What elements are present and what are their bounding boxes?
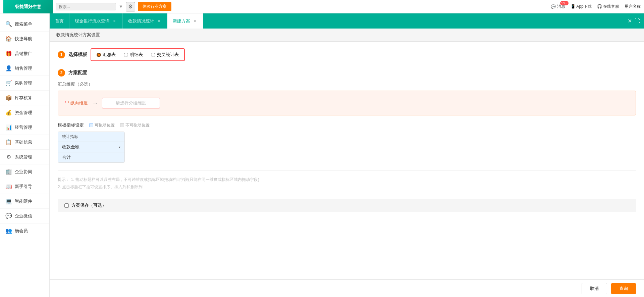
metrics-header: 模板指标设定 可拖动位置 不可拖动位置 (58, 122, 636, 128)
radio-detail[interactable] (124, 53, 128, 57)
sidebar-item-basic[interactable]: 📋 基础信息 (0, 135, 49, 150)
download-button[interactable]: 📱 App下载 (571, 4, 592, 9)
tab-new-plan-label: 新建方案 (173, 18, 190, 24)
logo-text: 畅捷通好生意 (15, 4, 41, 10)
step1-number: 1 (58, 51, 65, 58)
step2-section: 2 方案配置 汇总维度（必选） * * 纵向维度 → (58, 69, 636, 191)
radio-cross[interactable] (151, 53, 155, 57)
option-detail[interactable]: 明细表 (124, 52, 143, 58)
user-name[interactable]: 用户名称 (625, 4, 641, 9)
sidebar-item-purchase[interactable]: 🛒 采购管理 (0, 76, 49, 91)
sidebar-item-system[interactable]: ⚙ 系统管理 (0, 150, 49, 164)
dimension-row: * * 纵向维度 → 请选择分组维度 (65, 98, 629, 108)
template-options-box: 汇总表 明细表 交叉统计表 (91, 48, 185, 61)
sidebar-item-operation[interactable]: 📊 经营管理 (0, 120, 49, 135)
summary-dim-label: 汇总维度（必选） (58, 81, 636, 87)
option-cross[interactable]: 交叉统计表 (151, 52, 179, 58)
step1-section: 1 选择模板 汇总表 明细表 (58, 48, 636, 61)
option-summary-label: 汇总表 (103, 52, 116, 58)
chevron-down-icon[interactable]: ▾ (119, 145, 120, 149)
page-content: 收款情况统计方案设置 1 选择模板 汇总表 (50, 29, 644, 280)
hint-1: 提示： 1. 拖动标题栏可以调整布局，不可跨维度或指标区域拖动栏目字段(只能在同… (58, 176, 636, 184)
metrics-table-header: 统计指标 (58, 132, 124, 142)
step2-title: 方案配置 (68, 70, 87, 76)
tab-close-receivable[interactable]: × (156, 18, 162, 24)
service-button[interactable]: 🎧 在线客服 (597, 4, 619, 9)
legend-nodraggable: 不可拖动位置 (120, 122, 150, 128)
option-cross-label: 交叉统计表 (157, 52, 179, 58)
tab-bar-actions: ✕ ⛶ (624, 18, 644, 24)
sidebar-label: 新手引导 (15, 184, 32, 190)
sidebar-item-inventory[interactable]: 📦 库存核算 (0, 91, 49, 105)
users-icon: 👥 (5, 228, 12, 234)
step1-title: 选择模板 (68, 52, 87, 58)
legend-draggable: 可拖动位置 (89, 122, 115, 128)
trial-button[interactable]: 体验行业方案 (138, 2, 171, 11)
app-logo: 畅捷通好生意 (3, 0, 53, 13)
required-star: * (65, 100, 66, 105)
dropdown-icon[interactable]: ▼ (119, 4, 123, 9)
money-icon: 💰 (5, 109, 12, 116)
search-input[interactable] (56, 3, 116, 10)
metrics-sum-label: 合计 (62, 155, 71, 160)
book-icon: 📖 (5, 183, 12, 190)
sidebar-item-member[interactable]: 👥 畅会员 (0, 224, 49, 238)
system-icon: ⚙ (5, 154, 12, 160)
wechat-icon: 💬 (5, 213, 12, 219)
dimension-selector[interactable]: 请选择分组维度 (102, 98, 160, 108)
radio-summary[interactable] (97, 53, 101, 57)
drag-legend-icon (89, 123, 93, 127)
sidebar-label: 库存核算 (15, 95, 32, 101)
tab-new-plan[interactable]: 新建方案 × (167, 13, 203, 29)
cart-icon: 🛒 (5, 80, 12, 86)
chart-icon: 📊 (5, 124, 12, 131)
sidebar-label: 销售管理 (15, 65, 32, 71)
sidebar-label: 快捷导航 (15, 36, 32, 42)
step2-header: 2 方案配置 (58, 69, 636, 77)
sidebar-label: 智能硬件 (15, 198, 32, 204)
hint-section: 提示： 1. 拖动标题栏可以调整布局，不可跨维度或指标区域拖动栏目字段(只能在同… (58, 170, 636, 191)
sidebar-item-guide[interactable]: 📖 新手引导 (0, 179, 49, 194)
message-icon: 💬 (551, 4, 556, 9)
form-container: 1 选择模板 汇总表 明细表 (50, 42, 644, 279)
tab-receivable-stat[interactable]: 收款情况统计 × (123, 13, 167, 29)
sidebar-item-sales[interactable]: 👤 销售管理 (0, 61, 49, 76)
download-icon: 📱 (571, 4, 576, 9)
metrics-table: 统计指标 收款金额 ▾ 合计 (58, 132, 125, 163)
query-button[interactable]: 查询 (611, 283, 636, 294)
tab-close-new-plan[interactable]: × (192, 18, 198, 24)
metrics-row-amount[interactable]: 收款金额 ▾ (58, 142, 124, 152)
tab-close-bank-flow[interactable]: × (112, 18, 117, 24)
gift-icon: 🎁 (5, 50, 12, 57)
sidebar-item-hardware[interactable]: 💻 智能硬件 (0, 194, 49, 209)
clipboard-icon: 📋 (5, 139, 12, 145)
sidebar-item-wechat[interactable]: 💬 企业微信 (0, 209, 49, 224)
cancel-button[interactable]: 取消 (582, 283, 607, 294)
option-summary[interactable]: 汇总表 (97, 52, 116, 58)
message-button[interactable]: 💬 消息 99+ (551, 4, 565, 9)
tab-home[interactable]: 首页 (50, 13, 69, 29)
sidebar-label: 畅会员 (15, 228, 28, 234)
tab-close-all[interactable]: ✕ (628, 18, 632, 24)
save-checkbox[interactable] (64, 203, 69, 208)
tab-bank-flow-label: 现金银行流水查询 (75, 18, 110, 24)
tab-fullscreen[interactable]: ⛶ (635, 18, 640, 24)
gear-button[interactable]: ⚙ (126, 2, 135, 11)
box-icon: 📦 (5, 95, 12, 101)
hardware-icon: 💻 (5, 198, 12, 204)
sidebar-item-quick-nav[interactable]: 🏠 快捷导航 (0, 32, 49, 46)
sidebar-item-search-menu[interactable]: 🔍 搜索菜单 (0, 17, 49, 32)
sidebar-label: 经营管理 (15, 125, 32, 131)
metrics-section-title: 模板指标设定 (58, 122, 84, 128)
message-badge: 99+ (560, 1, 569, 5)
search-icon: 🔍 (5, 21, 12, 27)
tab-bank-flow[interactable]: 现金银行流水查询 × (69, 13, 123, 29)
sidebar-label: 资金管理 (15, 110, 32, 116)
dimension-area: * * 纵向维度 → 请选择分组维度 (58, 91, 636, 115)
sidebar-item-marketing[interactable]: 🎁 营销推广 (0, 46, 49, 61)
metrics-row-sum: 合计 (58, 152, 124, 162)
header-actions: 💬 消息 99+ 📱 App下载 🎧 在线客服 用户名称 (551, 4, 641, 9)
sidebar-item-enterprise[interactable]: 🏢 企业协同 (0, 164, 49, 179)
sidebar-item-finance[interactable]: 💰 资金管理 (0, 105, 49, 120)
sidebar-label: 采购管理 (15, 80, 32, 86)
